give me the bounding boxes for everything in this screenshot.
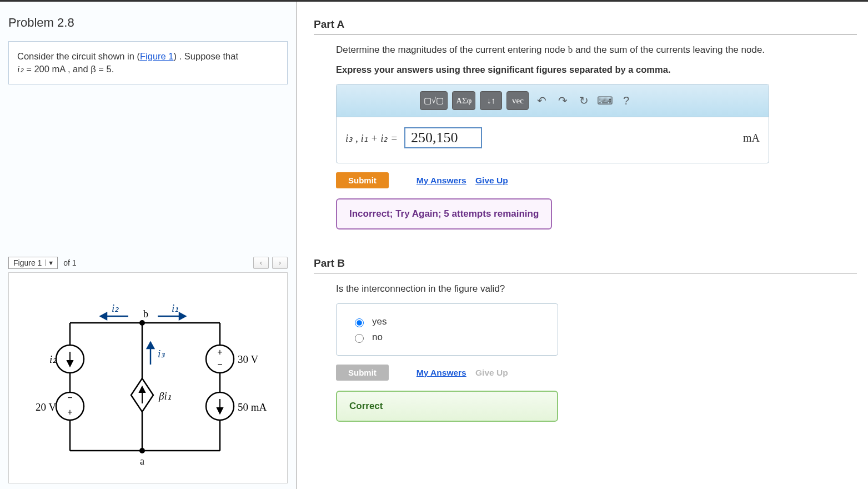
unit-label: mA (743, 132, 760, 144)
my-answers-link-b[interactable]: My Answers (417, 368, 466, 377)
label-i2-top: i₂ (112, 302, 119, 314)
help-button[interactable]: ? (618, 91, 634, 110)
link-group-a: My Answers Give Up (417, 176, 515, 186)
figure-selector-label: Figure 1 (10, 258, 45, 267)
answer-frame-a: ▢√▢ ΑΣφ ↓↑ vec ↶ ↷ ↻ ⌨ ? i₃ , i₁ + i₂ = … (336, 84, 769, 163)
chevron-left-icon: ‹ (260, 259, 262, 267)
action-row-a: Submit My Answers Give Up (336, 172, 857, 188)
submit-button-b[interactable]: Submit (336, 365, 389, 381)
figure-header: Figure 1 ▼ of 1 ‹ › (8, 257, 288, 269)
give-up-link-b: Give Up (475, 368, 508, 377)
radio-yes-label: yes (372, 316, 387, 327)
answer-row-a: i₃ , i₁ + i₂ = mA (337, 117, 769, 163)
my-answers-link-a[interactable]: My Answers (417, 176, 466, 185)
figure-next-button[interactable]: › (272, 257, 288, 269)
radio-no-input[interactable] (355, 334, 364, 343)
undo-button[interactable]: ↶ (533, 91, 550, 110)
chevron-right-icon: › (279, 259, 281, 267)
svg-point-4 (139, 320, 145, 326)
qa-prefix: Determine the magnitudes of the current … (336, 44, 568, 55)
part-a-question: Determine the magnitudes of the current … (336, 44, 857, 56)
templates-button[interactable]: ▢√▢ (420, 91, 448, 110)
figure-block: Figure 1 ▼ of 1 ‹ › (8, 257, 288, 483)
radio-frame-b: yes no (336, 303, 558, 356)
i2-symbol: i₂ (17, 64, 24, 74)
svg-text:−: − (67, 393, 72, 402)
label-node-a: a (140, 456, 144, 467)
greek-button[interactable]: ΑΣφ (452, 91, 475, 110)
label-i1: i₁ (172, 302, 179, 314)
subscript-icon: ↓↑ (487, 96, 495, 106)
part-b-title: Part B (314, 246, 857, 273)
label-i3: i₃ (158, 348, 165, 360)
problem-statement-box: Consider the circuit shown in (Figure 1)… (8, 41, 288, 84)
right-panel: Part A Determine the magnitudes of the c… (297, 2, 868, 489)
equation-toolbar: ▢√▢ ΑΣφ ↓↑ vec ↶ ↷ ↻ ⌨ ? (337, 84, 769, 117)
redo-icon: ↷ (558, 94, 568, 107)
left-panel: Problem 2.8 Consider the circuit shown i… (0, 2, 297, 489)
dropdown-arrow-icon: ▼ (45, 260, 56, 266)
svg-text:−: − (217, 360, 222, 369)
feedback-b: Correct (336, 391, 558, 422)
give-up-link-a[interactable]: Give Up (475, 176, 508, 185)
figure-selector[interactable]: Figure 1 ▼ (8, 257, 58, 269)
label-20v: 20 V (36, 401, 56, 413)
action-row-b: Submit My Answers Give Up (336, 365, 857, 381)
radio-yes-input[interactable] (355, 318, 364, 327)
qa-node: b (568, 44, 573, 55)
figure-prev-button[interactable]: ‹ (253, 257, 269, 269)
radio-option-yes[interactable]: yes (352, 314, 542, 330)
qa-suffix: and the sum of the currents leaving the … (573, 44, 765, 55)
app-container: Problem 2.8 Consider the circuit shown i… (0, 0, 868, 489)
subscript-button[interactable]: ↓↑ (480, 91, 502, 110)
figure-link[interactable]: Figure 1 (140, 51, 174, 61)
svg-text:+: + (67, 407, 72, 417)
greek-icon: ΑΣφ (456, 96, 471, 106)
figure-count: of 1 (63, 258, 76, 267)
given-values: = 200 mA , and β = 5. (24, 64, 114, 74)
svg-text:+: + (217, 347, 222, 357)
statement-prefix: Consider the circuit shown in ( (17, 51, 140, 61)
root-template-icon: ▢√▢ (424, 96, 444, 106)
submit-button-a[interactable]: Submit (336, 172, 389, 188)
svg-point-5 (139, 448, 145, 453)
problem-title: Problem 2.8 (8, 16, 288, 30)
part-a-body: Determine the magnitudes of the current … (336, 44, 857, 229)
keyboard-button[interactable]: ⌨ (596, 91, 613, 110)
label-beta: βi₁ (158, 390, 172, 402)
label-i2-left: i₂ (49, 353, 57, 365)
radio-option-no[interactable]: no (352, 330, 542, 345)
part-a-title: Part A (314, 7, 857, 34)
keyboard-icon: ⌨ (597, 94, 613, 107)
radio-no-label: no (372, 332, 383, 343)
answer-prompt-label: i₃ , i₁ + i₂ = (345, 132, 398, 144)
part-a-instruction: Express your answers using three signifi… (336, 64, 857, 75)
vector-button[interactable]: vec (506, 91, 529, 110)
label-50ma: 50 mA (238, 401, 267, 413)
reset-button[interactable]: ↻ (575, 91, 592, 110)
answer-input-a[interactable] (404, 127, 482, 148)
label-30v: 30 V (238, 353, 258, 365)
feedback-a: Incorrect; Try Again; 5 attempts remaini… (336, 198, 552, 229)
help-icon: ? (623, 94, 629, 107)
link-group-b: My Answers Give Up (417, 368, 515, 378)
vec-icon: vec (512, 96, 524, 106)
redo-button[interactable]: ↷ (554, 91, 571, 110)
statement-suffix: ) . Suppose that (174, 51, 239, 61)
undo-icon: ↶ (537, 94, 546, 107)
label-node-b: b (143, 308, 148, 320)
part-b-body: Is the interconnection in the figure val… (336, 283, 857, 422)
circuit-figure: − + + − i₂ (8, 272, 288, 483)
reset-icon: ↻ (579, 94, 589, 107)
part-b-question: Is the interconnection in the figure val… (336, 283, 857, 295)
